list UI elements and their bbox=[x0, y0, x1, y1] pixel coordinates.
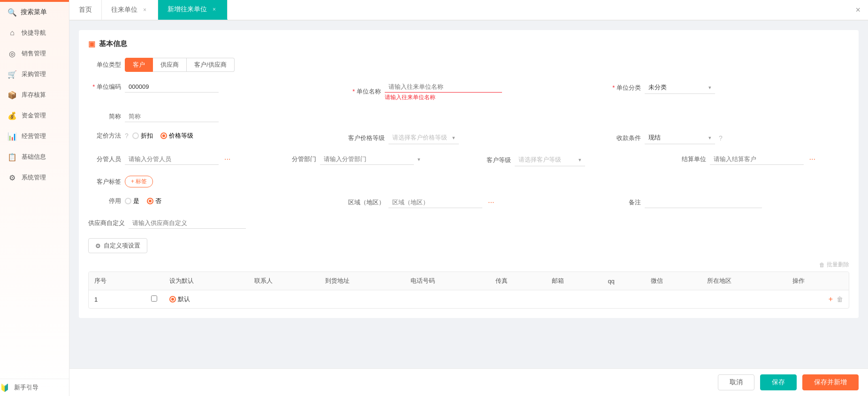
sidebar-item-basic[interactable]: 📋 基础信息 bbox=[0, 147, 69, 167]
region-label: 区域（地区） bbox=[348, 198, 385, 207]
manager-row: 分管人员 ··· 分管部门 ▾ 客户等级 请选择客户等级 ▾ bbox=[88, 154, 849, 166]
inventory-icon: 📦 bbox=[8, 90, 17, 100]
row-checkbox-cell bbox=[145, 290, 164, 309]
disabled-no-option[interactable]: 否 bbox=[147, 197, 161, 205]
unit-name-input[interactable] bbox=[385, 81, 502, 93]
manager-group: 分管人员 ··· bbox=[88, 154, 265, 165]
row-checkbox[interactable] bbox=[151, 295, 157, 302]
row-area bbox=[701, 290, 787, 309]
unit-category-value: 未分类 bbox=[648, 83, 707, 92]
customer-level-group: 客户等级 请选择客户等级 ▾ bbox=[478, 154, 655, 166]
table-header: 序号 设为默认 联系人 到货地址 电话号码 传真 邮箱 qq 微信 所在地区 操… bbox=[89, 272, 849, 290]
unit-type-supplier-btn[interactable]: 供应商 bbox=[153, 58, 187, 72]
department-group: 分管部门 ▾ bbox=[283, 154, 460, 165]
chevron-down-icon: ▾ bbox=[708, 85, 711, 91]
table-header-row: 序号 设为默认 联系人 到货地址 电话号码 传真 邮箱 qq 微信 所在地区 操… bbox=[89, 272, 849, 290]
disabled-yes-radio[interactable] bbox=[125, 198, 131, 204]
payment-terms-label: 收款条件 bbox=[608, 134, 641, 142]
sidebar-item-sales[interactable]: ◎ 销售管理 bbox=[0, 43, 69, 64]
disabled-yes-option[interactable]: 是 bbox=[125, 197, 139, 205]
short-name-label: 简称 bbox=[88, 112, 121, 121]
pricing-help-icon[interactable]: ? bbox=[125, 132, 129, 140]
unit-type-group: 单位类型 客户 供应商 客户/供应商 bbox=[88, 58, 849, 72]
disabled-no-radio[interactable] bbox=[147, 198, 153, 204]
pricing-label: 定价方法 bbox=[88, 132, 121, 140]
disabled-yes-label: 是 bbox=[133, 197, 139, 205]
row-delete-icon[interactable]: 🗑 bbox=[837, 295, 843, 303]
tab-bar: 首页 往来单位 × 新增往来单位 × × bbox=[69, 0, 868, 21]
sidebar-item-label: 经营管理 bbox=[22, 132, 46, 140]
col-qq: qq bbox=[602, 272, 645, 290]
cancel-button[interactable]: 取消 bbox=[718, 374, 754, 390]
table-row: 1 默认 bbox=[89, 290, 849, 309]
customer-price-select[interactable]: 请选择客户价格等级 ▾ bbox=[388, 132, 459, 144]
customer-level-select[interactable]: 请选择客户等级 ▾ bbox=[515, 154, 585, 166]
unit-type-customer-btn[interactable]: 客户 bbox=[125, 58, 153, 72]
batch-delete-button[interactable]: 🗑 批量删除 bbox=[88, 261, 849, 269]
row-contact bbox=[249, 290, 320, 309]
custom-settings-button[interactable]: ⚙ 自定义项设置 bbox=[88, 238, 147, 253]
unit-code-label: 单位编码 bbox=[88, 83, 121, 91]
short-name-row: 简称 bbox=[88, 111, 849, 122]
save-new-button[interactable]: 保存并新增 bbox=[802, 374, 859, 390]
short-name-input[interactable] bbox=[125, 111, 219, 122]
search-icon: 🔍 bbox=[8, 8, 17, 17]
sidebar-item-label: 快捷导航 bbox=[22, 29, 46, 37]
tab-home[interactable]: 首页 bbox=[69, 0, 102, 20]
window-close-button[interactable]: × bbox=[848, 0, 868, 20]
settlement-label: 结算单位 bbox=[673, 155, 706, 163]
chevron-down-icon3: ▾ bbox=[708, 135, 711, 141]
manager-label: 分管人员 bbox=[88, 155, 121, 163]
row-default-radio[interactable] bbox=[169, 296, 176, 303]
sidebar-item-quick-nav[interactable]: ⌂ 快捷导航 bbox=[0, 23, 69, 43]
pricing-level-radio[interactable] bbox=[160, 132, 167, 139]
payment-help-icon[interactable]: ? bbox=[719, 134, 723, 142]
pricing-method-group: 定价方法 ? 折扣 价格等级 bbox=[88, 132, 329, 140]
unit-type-both-btn[interactable]: 客户/供应商 bbox=[187, 58, 235, 72]
code-name-category-row: 单位编码 单位名称 请输入往来单位名称 单位分类 未分类 ▾ bbox=[88, 81, 849, 101]
sidebar-item-label: 系统管理 bbox=[22, 173, 46, 182]
unit-name-label: 单位名称 bbox=[348, 87, 381, 96]
manager-more-icon[interactable]: ··· bbox=[222, 155, 232, 163]
sidebar-search[interactable]: 🔍 搜索菜单 bbox=[0, 2, 69, 23]
col-address: 到货地址 bbox=[320, 272, 405, 290]
add-tag-button[interactable]: + 标签 bbox=[125, 176, 153, 187]
settlement-input[interactable] bbox=[710, 154, 804, 165]
region-input[interactable] bbox=[388, 197, 482, 208]
pricing-discount-option[interactable]: 折扣 bbox=[132, 132, 153, 140]
tab-counterparty[interactable]: 往来单位 × bbox=[102, 0, 158, 20]
department-input[interactable] bbox=[320, 154, 414, 165]
manager-input[interactable] bbox=[125, 154, 219, 165]
payment-terms-select[interactable]: 现结 ▾ bbox=[645, 132, 715, 144]
sidebar-item-inventory[interactable]: 📦 库存核算 bbox=[0, 85, 69, 105]
save-button[interactable]: 保存 bbox=[760, 374, 797, 390]
basic-info-card: ▣ 基本信息 单位类型 客户 供应商 客户/供应商 单位编码 bbox=[79, 30, 859, 318]
row-actions: + 🗑 bbox=[792, 295, 843, 303]
disabled-label: 停用 bbox=[88, 197, 121, 205]
sidebar-item-finance[interactable]: 💰 资金管理 bbox=[0, 105, 69, 126]
pricing-discount-radio[interactable] bbox=[132, 132, 139, 139]
tab-new-counterparty-close[interactable]: × bbox=[211, 5, 218, 14]
supplier-custom-input[interactable] bbox=[129, 217, 246, 229]
tab-new-counterparty[interactable]: 新增往来单位 × bbox=[158, 0, 228, 20]
unit-code-input[interactable] bbox=[125, 81, 219, 93]
unit-category-select[interactable]: 未分类 ▾ bbox=[645, 81, 715, 94]
disabled-no-label: 否 bbox=[155, 197, 161, 205]
region-more-icon[interactable]: ··· bbox=[486, 198, 496, 207]
form-content: ▣ 基本信息 单位类型 客户 供应商 客户/供应商 单位编码 bbox=[69, 21, 868, 368]
sidebar-item-system[interactable]: ⚙ 系统管理 bbox=[0, 167, 69, 188]
sidebar-item-operations[interactable]: 📊 经营管理 bbox=[0, 126, 69, 147]
pricing-level-option[interactable]: 价格等级 bbox=[160, 132, 193, 140]
row-default-radio-label[interactable]: 默认 bbox=[169, 295, 244, 303]
tags-label: 客户标签 bbox=[88, 178, 121, 186]
tab-counterparty-close[interactable]: × bbox=[141, 6, 148, 14]
row-add-icon[interactable]: + bbox=[829, 295, 833, 303]
sidebar-item-guide[interactable]: 🔰 新手引导 bbox=[0, 379, 69, 396]
row-phone bbox=[405, 290, 490, 309]
notes-input[interactable] bbox=[645, 197, 762, 208]
settlement-more-icon[interactable]: ··· bbox=[807, 155, 817, 163]
sidebar-item-purchase[interactable]: 🛒 采购管理 bbox=[0, 64, 69, 85]
sidebar-item-label: 销售管理 bbox=[22, 49, 46, 58]
region-group: 区域（地区） ··· bbox=[348, 197, 589, 208]
customer-price-placeholder: 请选择客户价格等级 bbox=[392, 133, 450, 142]
